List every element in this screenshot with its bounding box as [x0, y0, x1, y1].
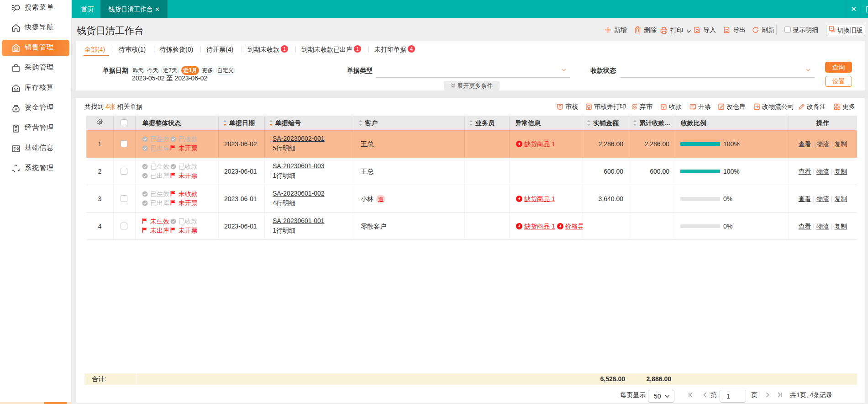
- svg-text:¥: ¥: [14, 107, 17, 112]
- svg-text:$: $: [15, 47, 17, 51]
